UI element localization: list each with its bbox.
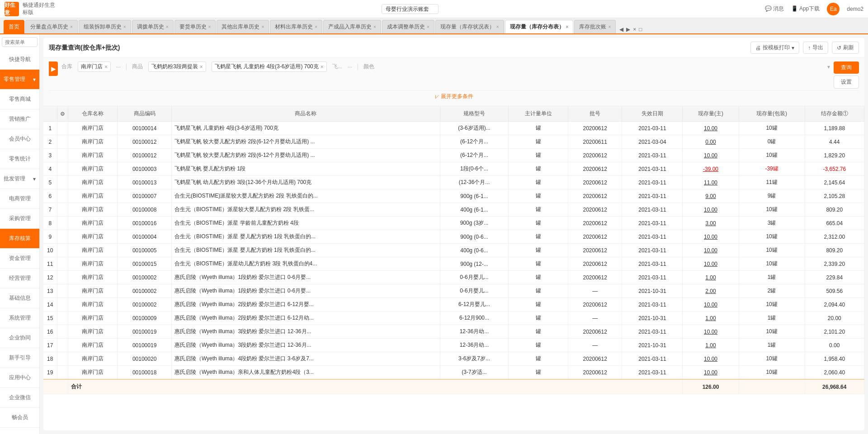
tab-10-close[interactable]: × — [566, 24, 569, 29]
tab-9[interactable]: 现存量（库存状况表） × — [435, 20, 504, 33]
cell-stock-main[interactable]: 3.00 — [683, 217, 739, 230]
tab-maximize[interactable]: □ — [638, 25, 643, 33]
cell-spec: (3-6岁适用)... — [440, 122, 509, 135]
search-input[interactable] — [2, 37, 38, 47]
tab-10[interactable]: 现存量（库存分布表） × — [505, 20, 574, 33]
tab-1-close[interactable]: × — [70, 24, 73, 29]
th-setting[interactable]: ⚙ — [57, 106, 68, 122]
setting-button[interactable]: 设置 — [834, 75, 859, 89]
sidebar-item-inventory[interactable]: 库存核算 — [0, 229, 39, 249]
tab-5-close[interactable]: × — [261, 24, 264, 29]
tab-3-close[interactable]: × — [166, 24, 169, 29]
tab-2[interactable]: 组装拆卸单历史 × — [79, 20, 131, 33]
cell-stock-main[interactable]: 10.00 — [683, 298, 739, 311]
product-tag-1-close[interactable]: × — [200, 64, 203, 70]
user-avatar[interactable]: Ea — [827, 3, 840, 15]
refresh-button[interactable]: ↺ 刷新 — [832, 42, 859, 54]
sidebar-item-member2[interactable]: 畅会员 — [0, 408, 39, 428]
cell-stock-main[interactable]: -39.00 — [683, 162, 739, 176]
product-tag-2[interactable]: 飞鹤星飞帆 儿童奶粉 4段(3-6岁适用) 700克 × — [212, 61, 327, 72]
product-extra-more[interactable]: ··· — [348, 64, 352, 70]
cell-stock-pkg: 2罐 — [739, 284, 805, 298]
filter-expand-row[interactable]: ⩗ 展开更多条件 — [49, 90, 859, 102]
tab-11-close[interactable]: × — [608, 24, 611, 29]
tab-prev[interactable]: ◀ — [618, 25, 624, 33]
cell-stock-main[interactable]: 11.00 — [683, 176, 739, 189]
product-tag-2-close[interactable]: × — [321, 64, 324, 70]
cell-name: 惠氏启陵（Wyeth illuma）1段奶粉 爱尔兰进口 0-6月婴... — [171, 271, 440, 284]
sidebar-item-newuser[interactable]: 新手引导 — [0, 348, 39, 368]
sidebar-item-retail-arrow: ▾ — [33, 76, 36, 83]
tab-3[interactable]: 调拨单历史 × — [132, 20, 174, 33]
sidebar-item-finance[interactable]: 资金管理 — [0, 249, 39, 269]
cell-spec: 6-12月900... — [440, 311, 509, 325]
sidebar-item-member[interactable]: 会员中心 — [0, 129, 39, 149]
cell-stock-main[interactable]: 1.00 — [683, 339, 739, 352]
tab-home[interactable]: 首页 — [4, 20, 24, 33]
cell-stock-main[interactable]: 10.00 — [683, 352, 739, 366]
tab-6[interactable]: 材料出库单历史 × — [270, 20, 322, 33]
app-download-link[interactable]: 📱 App下载 — [791, 5, 820, 13]
cell-stock-main[interactable]: 10.00 — [683, 244, 739, 257]
sidebar-item-collab[interactable]: 企业协同 — [0, 328, 39, 348]
cell-name: 惠氏启陵（Wyeth illuma）2段奶粉 爱尔兰进口 6-12月幼... — [171, 311, 440, 325]
tab-7-close[interactable]: × — [373, 24, 376, 29]
cell-stock-main[interactable]: 1.00 — [683, 271, 739, 284]
tab-6-close[interactable]: × — [315, 24, 317, 29]
sidebar-item-retail-shop[interactable]: 零售商城 — [0, 90, 39, 109]
tab-8-close[interactable]: × — [427, 24, 429, 29]
sidebar-item-appcenter[interactable]: 应用中心 — [0, 368, 39, 388]
warehouse-tag-close[interactable]: × — [104, 64, 108, 70]
tab-1[interactable]: 分量盘点单历史 × — [25, 20, 78, 33]
color-dropdown-icon[interactable]: ▾ — [827, 64, 830, 70]
sidebar-item-purchase[interactable]: 采购管理 — [0, 209, 39, 229]
cell-stock-main[interactable]: 10.00 — [683, 149, 739, 162]
warehouse-more[interactable]: ··· — [116, 64, 121, 70]
cell-stock-main[interactable]: 0.00 — [683, 135, 739, 149]
tab-4-close[interactable]: × — [208, 24, 211, 29]
tab-2-close[interactable]: × — [123, 24, 126, 29]
product-tag-1[interactable]: 飞鹤奶粉3段两提装 × — [148, 61, 206, 72]
cell-setting — [57, 189, 68, 203]
sidebar-item-wechat[interactable]: 企业微信 — [0, 388, 39, 408]
sidebar-item-retail-stats[interactable]: 零售统计 — [0, 149, 39, 169]
filter-expand-btn[interactable]: ▶ — [49, 61, 58, 76]
print-button[interactable]: 🖨 按模板打印 ▾ — [750, 42, 799, 54]
tab-7[interactable]: 产成品入库单历史 × — [323, 20, 381, 33]
cell-stock-main[interactable]: 10.00 — [683, 257, 739, 271]
cell-stock-main[interactable]: 10.00 — [683, 122, 739, 135]
query-button[interactable]: 查询 — [834, 61, 859, 74]
product-more[interactable]: 飞... — [332, 63, 342, 71]
tab-11[interactable]: 库存批次账 × — [574, 20, 616, 33]
cell-stock-main[interactable]: 1.00 — [683, 311, 739, 325]
sidebar-item-marketing[interactable]: 营销推广 — [0, 109, 39, 129]
sidebar-item-management[interactable]: 经营管理 — [0, 269, 39, 288]
tab-4[interactable]: 要货单历史 × — [175, 20, 216, 33]
cell-stock-main[interactable]: 10.00 — [683, 230, 739, 244]
sidebar-item-retail[interactable]: 零售管理 ▾ — [0, 70, 39, 90]
cell-stock-main[interactable]: 10.00 — [683, 366, 739, 380]
tab-next[interactable]: ▶ — [625, 25, 631, 33]
warehouse-tag[interactable]: 南岸门店 × — [78, 61, 111, 72]
cell-batch: 20200612 — [568, 325, 622, 339]
export-button[interactable]: ↑ 导出 — [803, 42, 828, 54]
user-name[interactable]: demo2 — [847, 6, 863, 12]
sidebar-quick-nav[interactable]: 快捷导航 — [0, 50, 39, 70]
cell-batch: 20200612 — [568, 257, 622, 271]
sidebar-item-ecommerce[interactable]: 电商管理 — [0, 189, 39, 209]
cell-stock-main[interactable]: 10.00 — [683, 325, 739, 339]
print-dropdown-icon[interactable]: ▾ — [792, 45, 794, 51]
cell-stock-main[interactable]: 10.00 — [683, 203, 739, 217]
tab-5[interactable]: 其他出库单历史 × — [217, 20, 269, 33]
tab-8[interactable]: 成本调整单历史 × — [382, 20, 434, 33]
cell-stock-main[interactable]: 9.00 — [683, 189, 739, 203]
company-select[interactable]: 母婴行业演示账套 — [382, 4, 439, 14]
sidebar-item-wholesale[interactable]: 批发管理 ▾ — [0, 169, 39, 189]
message-link[interactable]: 💬 消息 — [765, 5, 784, 13]
cell-expire: 2021-03-11 — [622, 257, 683, 271]
sidebar-item-basic[interactable]: 基础信息 — [0, 288, 39, 308]
sidebar-item-system[interactable]: 系统管理 — [0, 308, 39, 328]
tab-9-close[interactable]: × — [496, 24, 499, 29]
cell-stock-main[interactable]: 2.00 — [683, 284, 739, 298]
tab-close-all[interactable]: × — [632, 25, 637, 33]
